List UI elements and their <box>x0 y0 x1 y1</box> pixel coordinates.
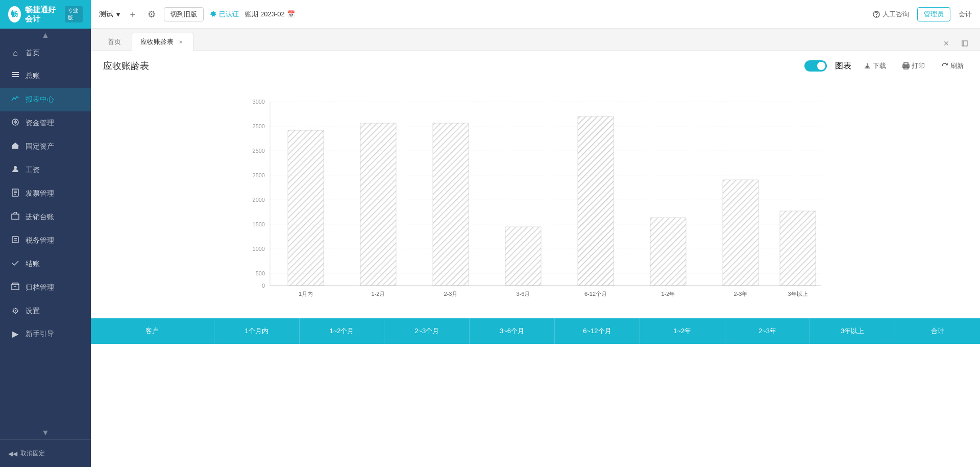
period-selector[interactable]: 账期 2023-02 📅 <box>245 10 295 19</box>
settings-button[interactable]: ⚙ <box>145 7 158 22</box>
sidebar-item-invoice[interactable]: 发票管理 <box>0 182 91 205</box>
col-customer: 客户 <box>91 318 214 344</box>
topbar: 测试 ▾ ＋ ⚙ 切到旧版 已认证 账期 2023-02 📅 人工咨询 管理员 … <box>91 0 980 29</box>
col-2-3month: 2~3个月 <box>384 318 470 344</box>
dropdown-icon: ▾ <box>116 10 120 18</box>
role-label: 会计 <box>959 10 972 19</box>
tab-aging-label: 应收账龄表 <box>140 37 174 46</box>
download-button[interactable]: 下载 <box>860 59 890 73</box>
user-button[interactable]: 管理员 <box>917 7 950 21</box>
sidebar-item-tax[interactable]: 税务管理 <box>0 229 91 252</box>
tab-close-button[interactable]: ✕ <box>177 38 185 46</box>
svg-text:0: 0 <box>262 283 265 289</box>
chart-toggle[interactable] <box>804 60 827 72</box>
bar-2-3年 <box>723 180 758 286</box>
svg-text:2500: 2500 <box>253 172 265 178</box>
sidebar-item-label: 发票管理 <box>26 189 54 198</box>
main-area: 测试 ▾ ＋ ⚙ 切到旧版 已认证 账期 2023-02 📅 人工咨询 管理员 … <box>91 0 980 467</box>
bar-3年以上 <box>780 211 816 286</box>
report-title: 应收账龄表 <box>103 60 149 72</box>
svg-text:2-3月: 2-3月 <box>444 291 458 297</box>
refresh-label: 刷新 <box>950 61 964 71</box>
bar-6-12月 <box>578 116 614 286</box>
service-button[interactable]: 人工咨询 <box>872 10 909 19</box>
cancel-fixed-button[interactable]: ◀◀ 取消固定 <box>8 446 83 461</box>
sidebar-item-sales[interactable]: 进销台账 <box>0 205 91 229</box>
window-controls: ✕ <box>939 36 972 51</box>
sidebar-item-label: 总账 <box>26 72 40 81</box>
chart-area: 3000 2500 2500 2500 2000 1500 1000 500 0 <box>91 81 980 318</box>
tax-icon <box>10 236 20 246</box>
svg-point-5 <box>14 166 17 169</box>
scroll-down-arrow[interactable]: ▼ <box>0 426 91 439</box>
svg-text:1000: 1000 <box>253 246 265 252</box>
svg-text:2000: 2000 <box>253 197 265 203</box>
sidebar-item-label: 报表中心 <box>26 95 54 104</box>
sidebar-item-label: 首页 <box>26 49 40 58</box>
maximize-window-button[interactable] <box>958 36 972 51</box>
svg-rect-4 <box>12 146 18 149</box>
project-selector[interactable]: 测试 ▾ <box>99 10 120 19</box>
svg-text:1月内: 1月内 <box>299 291 313 297</box>
home-icon: ⌂ <box>10 49 20 58</box>
add-button[interactable]: ＋ <box>126 6 139 22</box>
svg-text:3000: 3000 <box>253 99 265 105</box>
col-1-2year: 1~2年 <box>640 318 725 344</box>
scroll-up-arrow[interactable]: ▲ <box>0 29 91 42</box>
svg-text:6-12个月: 6-12个月 <box>584 291 607 297</box>
sidebar-item-label: 资金管理 <box>26 119 54 128</box>
svg-text:1-2月: 1-2月 <box>372 291 385 297</box>
sidebar-item-ledger[interactable]: 总账 <box>0 64 91 88</box>
sidebar-bottom: ◀◀ 取消固定 <box>0 439 91 467</box>
print-button[interactable]: 打印 <box>898 59 929 73</box>
close-window-button[interactable]: ✕ <box>939 36 953 51</box>
sidebar-item-archive[interactable]: 归档管理 <box>0 276 91 299</box>
service-label: 人工咨询 <box>883 10 909 19</box>
sidebar-item-home[interactable]: ⌂ 首页 <box>0 42 91 64</box>
settle-icon <box>10 259 20 269</box>
col-6-12month: 6~12个月 <box>555 318 640 344</box>
svg-rect-0 <box>12 72 19 73</box>
sidebar-item-reports[interactable]: 报表中心 <box>0 88 91 111</box>
logo-icon: 畅 <box>8 6 21 22</box>
project-name: 测试 <box>99 10 113 19</box>
tab-home[interactable]: 首页 <box>99 32 130 51</box>
old-version-button[interactable]: 切到旧版 <box>164 7 204 21</box>
col-2-3year: 2~3年 <box>725 318 811 344</box>
download-label: 下载 <box>873 61 886 71</box>
sidebar-item-assets[interactable]: 固定资产 <box>0 135 91 158</box>
app-name: 畅捷通好会计 <box>25 5 61 24</box>
archive-icon <box>10 283 20 293</box>
reports-icon <box>10 95 20 105</box>
col-3-6month: 3~6个月 <box>470 318 555 344</box>
refresh-button[interactable]: 刷新 <box>937 59 968 73</box>
sidebar-item-settle[interactable]: 结账 <box>0 252 91 276</box>
settings-icon: ⚙ <box>10 306 20 316</box>
topbar-right: 人工咨询 管理员 会计 <box>872 7 972 21</box>
report-container: 应收账龄表 图表 下载 打印 刷新 <box>91 51 980 467</box>
funds-icon <box>10 118 20 128</box>
edition-badge: 专业版 <box>65 6 83 22</box>
period-label: 账期 <box>245 10 258 19</box>
svg-text:2-3年: 2-3年 <box>734 291 748 297</box>
sidebar-item-funds[interactable]: 资金管理 <box>0 111 91 135</box>
sidebar-item-label: 结账 <box>26 260 40 269</box>
sidebar-item-settings[interactable]: ⚙ 设置 <box>0 299 91 322</box>
bar-2-3月 <box>433 123 469 286</box>
sidebar-item-label: 进销台账 <box>26 213 54 222</box>
pin-icon: ◀◀ <box>8 450 17 457</box>
table-container: 客户 1个月内 1~2个月 2~3个月 3~6个月 6~12个月 1~2年 2~… <box>91 318 980 344</box>
tabbar: 首页 应收账龄表 ✕ ✕ <box>91 29 980 51</box>
sidebar-item-wages[interactable]: 工资 <box>0 158 91 182</box>
sidebar-item-label: 工资 <box>26 166 40 175</box>
sidebar-item-guide[interactable]: ▶ 新手引导 <box>0 322 91 345</box>
svg-text:2500: 2500 <box>253 123 265 129</box>
ledger-icon <box>10 71 20 81</box>
sidebar-item-label: 税务管理 <box>26 236 54 245</box>
guide-icon: ▶ <box>10 329 20 339</box>
invoice-icon <box>10 189 20 199</box>
page-content: 应收账龄表 图表 下载 打印 刷新 <box>91 51 980 467</box>
tab-aging[interactable]: 应收账龄表 ✕ <box>132 33 193 51</box>
svg-rect-18 <box>962 41 967 46</box>
print-label: 打印 <box>912 61 925 71</box>
